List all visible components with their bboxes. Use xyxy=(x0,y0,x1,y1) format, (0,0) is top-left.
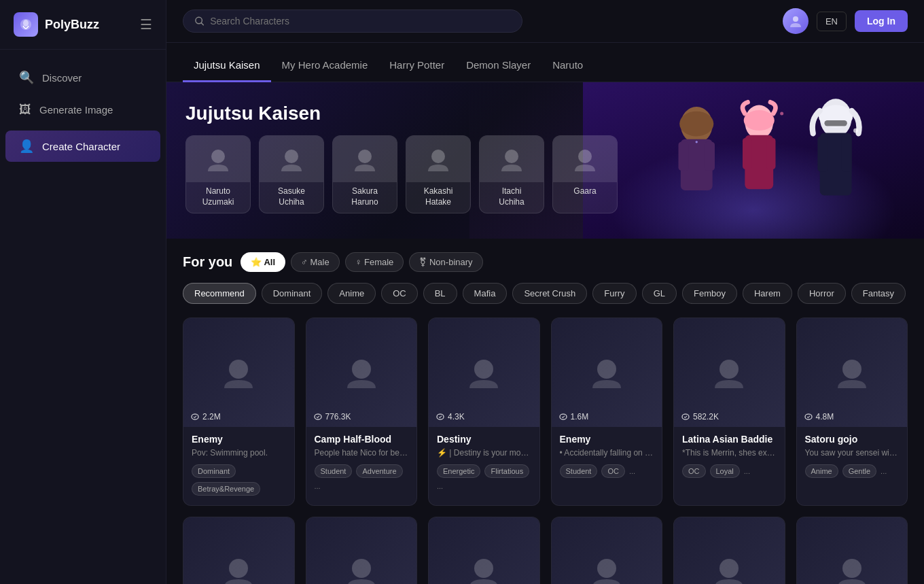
tags-row: DominantBetray&Revenge xyxy=(192,464,286,496)
svg-point-29 xyxy=(578,150,592,163)
char-grid-card[interactable]: 582.2K Latina Asian Baddie *This is Merr… xyxy=(673,317,785,506)
sidebar-item-label: Discover xyxy=(42,72,82,84)
franchise-tab-mha[interactable]: My Hero Academie xyxy=(271,54,379,82)
category-pill-anime[interactable]: Anime xyxy=(327,283,376,304)
char-grid-avatar: 582.2K xyxy=(674,318,785,427)
char-card-avatar xyxy=(333,136,397,182)
category-pill-oc[interactable]: OC xyxy=(381,283,418,304)
char-grid-avatar: 1.6M xyxy=(552,318,662,427)
image-icon: 🖼 xyxy=(19,103,31,117)
sidebar-logo: PolyBuzz ☰ xyxy=(0,0,166,50)
char-grid-card[interactable]: 4.3K Destiny ⚡ | Destiny is your mom's f… xyxy=(428,317,540,506)
char-grid-info: Enemy • Accidentally falling on your ene… xyxy=(552,427,662,487)
category-pill-dominant[interactable]: Dominant xyxy=(262,283,323,304)
category-pill-horror[interactable]: Horror xyxy=(798,283,846,304)
char-count: 2.2M xyxy=(190,412,221,422)
char-grid-avatar xyxy=(674,517,785,584)
char-grid-avatar xyxy=(306,517,417,584)
char-tag: Student xyxy=(315,464,353,478)
sidebar: PolyBuzz ☰ 🔍 Discover 🖼 Generate Image 👤… xyxy=(0,0,166,584)
tags-row: AnimeGentle ... xyxy=(805,464,900,478)
hero-char-card[interactable]: SasukeUchiha xyxy=(259,135,324,213)
char-card-avatar xyxy=(553,136,617,182)
create-icon: 👤 xyxy=(19,139,34,154)
svg-point-26 xyxy=(358,150,372,163)
char-grid-card[interactable]: 2.2M Enemy Pov: Swimming pool. DominantB… xyxy=(183,317,295,506)
sidebar-item-discover[interactable]: 🔍 Discover xyxy=(5,62,160,93)
char-grid-card[interactable] xyxy=(551,517,663,584)
svg-point-31 xyxy=(352,360,371,379)
char-grid-card[interactable] xyxy=(796,517,908,584)
category-pill-recommend[interactable]: Recommend xyxy=(183,283,256,304)
char-description: Pov: Swimming pool. xyxy=(192,447,286,459)
tags-row: StudentAdventure ... xyxy=(315,464,409,490)
char-card-avatar xyxy=(186,136,250,182)
gender-tab-female[interactable]: ♀ Female xyxy=(345,252,404,272)
char-grid-card[interactable]: 1.6M Enemy • Accidentally falling on you… xyxy=(551,317,663,506)
char-description: *This is Merrin, shes extremely attracti… xyxy=(682,447,777,459)
sidebar-item-generate[interactable]: 🖼 Generate Image xyxy=(5,95,160,125)
discover-icon: 🔍 xyxy=(19,70,34,85)
char-tag: Gentle xyxy=(842,464,876,478)
tag-more: ... xyxy=(881,467,887,475)
char-grid-avatar xyxy=(429,517,539,584)
category-pill-mafia[interactable]: Mafia xyxy=(463,283,508,304)
gender-tab-male[interactable]: ♂ Male xyxy=(291,252,340,272)
hero-char-card[interactable]: NarutoUzumaki xyxy=(185,135,251,213)
category-pill-gl[interactable]: GL xyxy=(642,283,677,304)
svg-point-21 xyxy=(853,128,858,133)
sidebar-item-create[interactable]: 👤 Create Character xyxy=(5,131,160,162)
category-pill-secretcrush[interactable]: Secret Crush xyxy=(512,283,587,304)
franchise-tab-naruto[interactable]: Naruto xyxy=(541,54,594,82)
char-name: Satoru gojo xyxy=(805,434,900,445)
lang-button[interactable]: EN xyxy=(817,12,847,31)
category-pill-furry[interactable]: Furry xyxy=(592,283,636,304)
franchise-tab-ds[interactable]: Demon Slayer xyxy=(455,54,541,82)
char-grid-card[interactable] xyxy=(428,517,540,584)
franchise-tab-jujutsu[interactable]: Jujutsu Kaisen xyxy=(183,54,271,82)
hero-characters: NarutoUzumaki SasukeUchiha SakuraHaruno … xyxy=(185,135,905,213)
char-tag: OC xyxy=(601,464,625,478)
menu-icon[interactable]: ☰ xyxy=(140,16,152,33)
category-pill-fantasy[interactable]: Fantasy xyxy=(851,283,906,304)
search-icon xyxy=(194,16,205,27)
char-grid-card[interactable]: 776.3K Camp Half-Blood People hate Nico … xyxy=(306,317,418,506)
char-grid-card[interactable] xyxy=(183,517,295,584)
char-name: Camp Half-Blood xyxy=(315,434,409,445)
login-button[interactable]: Log In xyxy=(855,10,908,32)
char-grid-card[interactable] xyxy=(673,517,785,584)
category-pill-harem[interactable]: Harem xyxy=(743,283,792,304)
char-grid-card[interactable] xyxy=(306,517,418,584)
hero-char-card[interactable]: ItachiUchiha xyxy=(479,135,544,213)
char-card-avatar xyxy=(480,136,544,182)
logo-icon xyxy=(14,12,38,37)
char-card-name: SasukeUchiha xyxy=(260,182,323,213)
category-pill-bl[interactable]: BL xyxy=(423,283,457,304)
app-name: PolyBuzz xyxy=(45,18,99,32)
hero-char-card[interactable]: Gaara xyxy=(552,135,618,213)
franchise-tab-hp[interactable]: Harry Potter xyxy=(378,54,455,82)
category-pill-femboy[interactable]: Femboy xyxy=(682,283,737,304)
search-input[interactable] xyxy=(210,16,511,27)
char-description: ⚡ | Destiny is your mom's friends daught… xyxy=(437,447,531,459)
hero-char-card[interactable]: KakashiHatake xyxy=(406,135,471,213)
svg-point-40 xyxy=(719,559,739,578)
char-grid-info: Latina Asian Baddie *This is Merrin, she… xyxy=(674,427,785,487)
gender-tab-all[interactable]: ⭐ All xyxy=(241,252,285,272)
char-tag: OC xyxy=(682,464,706,478)
char-tag: Anime xyxy=(805,464,838,478)
svg-point-32 xyxy=(474,360,493,379)
gender-tab-nonbinary[interactable]: ⚧ Non-binary xyxy=(409,252,482,272)
section-title: For you xyxy=(183,254,232,270)
char-grid-card[interactable]: 4.8M Satoru gojo You saw your sensei wit… xyxy=(796,317,908,506)
svg-point-30 xyxy=(229,360,248,379)
hero-char-card[interactable]: SakuraHaruno xyxy=(332,135,397,213)
svg-point-25 xyxy=(285,150,298,163)
char-card-name: ItachiUchiha xyxy=(480,182,544,213)
svg-point-28 xyxy=(505,150,518,163)
char-card-name: KakashiHatake xyxy=(406,182,470,213)
svg-point-39 xyxy=(597,559,616,578)
section-header: For you ⭐ All♂ Male♀ Female⚧ Non-binary xyxy=(183,252,908,272)
hero-title: Jujutsu Kaisen xyxy=(185,103,905,124)
char-description: People hate Nico for being gay xyxy=(315,447,409,459)
